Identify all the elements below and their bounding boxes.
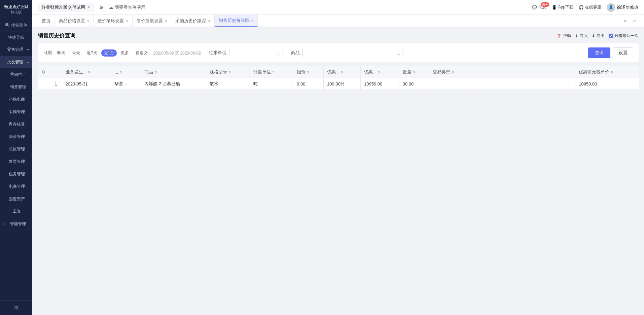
sidebar-settings-btn[interactable]: ⚙ [0, 300, 32, 315]
td-spacer [473, 78, 575, 90]
sidebar-item-ledger[interactable]: 总账管理 [0, 143, 32, 155]
date-opt-custom[interactable]: 自定义 [133, 49, 150, 57]
logo-text: 畅捷通好业财 [3, 4, 30, 10]
messages-btn[interactable]: 💬 消息 99+ [532, 4, 546, 10]
sort-discount2-icon[interactable]: ⇅ [378, 70, 381, 74]
app-download-btn[interactable]: 📱 App下载 [552, 4, 573, 10]
tab-purchase-strategy-close[interactable]: × [126, 19, 128, 23]
product-selector[interactable]: 好业财标准版交付试用 ▼ [38, 3, 94, 12]
date-opt-today[interactable]: 今天 [69, 49, 83, 57]
gear-icon: ⚙ [99, 5, 104, 10]
th-trade-type-label: 交易类型 [433, 69, 450, 75]
source-unit-input[interactable]: ... [229, 49, 283, 57]
sidebar-item-tax[interactable]: 税务管理 [0, 168, 32, 180]
tab-home[interactable]: 首页 [38, 15, 55, 27]
product-settings-btn[interactable]: ⚙ [97, 3, 106, 12]
sort-more-icon[interactable]: ⇅ [119, 70, 122, 74]
sidebar-item-retail[interactable]: 零售管理 ▼ [0, 43, 32, 56]
online-service-btn[interactable]: 🎧 在线客服 [579, 4, 601, 10]
search-icon: 🔍 [5, 23, 10, 28]
invoice-label: 发票管理 [4, 159, 30, 165]
sidebar-item-marketing[interactable]: 营销推广 [0, 68, 32, 81]
sidebar-search[interactable]: 🔍 搜索菜单 [0, 19, 32, 32]
sort-business-date-icon[interactable]: ⇅ [88, 70, 91, 74]
tab-purchase-history[interactable]: 采购历史价跟踪 × [171, 15, 214, 27]
th-business-date[interactable]: 业务发生... ⇅ [62, 66, 111, 78]
sidebar-item-sales-mgmt[interactable]: 销售管理 [0, 81, 32, 93]
export-btn[interactable]: ⬇ 导出 [592, 33, 605, 39]
th-spec[interactable]: 规格型号 ⇅ [206, 66, 250, 78]
th-trade-type[interactable]: 交易类型 ⇅ [429, 66, 473, 78]
last-only-checkbox-label[interactable]: 只看最后一次 [609, 33, 639, 39]
sidebar-item-ecom-mgmt[interactable]: 电商管理 [0, 180, 32, 193]
sort-trade-type-icon[interactable]: ⇅ [452, 70, 454, 74]
ecom-mgmt-label: 电商管理 [4, 184, 30, 189]
sidebar-item-purchase[interactable]: 采购管理 [0, 106, 32, 118]
table-header: ⚙ 业务发生... ⇅ ... ⇅ [38, 66, 639, 78]
sidebar-item-invoice[interactable]: 发票管理 [0, 155, 32, 168]
th-unit-label: 计量单位 [253, 69, 271, 75]
th-pretax-price[interactable]: 优惠前无税单价 ⇅ [575, 66, 639, 78]
import-label: 导入 [580, 33, 588, 39]
sidebar-item-smart-mgmt[interactable]: 智能管理 [0, 218, 32, 230]
date-options: 昨天 今天 近7天 近1月 更多 自定义 [55, 49, 150, 57]
tab-price-settings-close[interactable]: × [87, 19, 89, 23]
th-product[interactable]: 商品 ⇅ [141, 66, 206, 78]
tab-purchase-strategy[interactable]: 进价策略设置 × [94, 15, 132, 27]
th-unit[interactable]: 计量单位 ⇅ [250, 66, 293, 78]
demo-link[interactable]: ☁ 我要看实例演示 [109, 4, 145, 10]
product-dots: ... [397, 50, 400, 56]
sort-discount1-icon[interactable]: ⇅ [341, 70, 344, 74]
th-discount2[interactable]: 优惠... ⇅ [361, 66, 399, 78]
th-settings[interactable]: ⚙ [38, 66, 50, 78]
user-info[interactable]: 👤 徐泽华修改 [607, 3, 639, 12]
tab-sale-price-extract[interactable]: 售价提取设置 × [133, 15, 171, 27]
source-unit-dots: ... [276, 50, 280, 56]
page-title: 销售历史价查询 [38, 32, 75, 39]
inventory-label: 库存核算 [4, 121, 30, 127]
column-settings-icon[interactable]: ⚙ [41, 69, 46, 75]
product-input[interactable]: ... [302, 49, 403, 57]
sidebar-item-ecommerce[interactable]: 小畅电商 [0, 93, 32, 106]
th-more[interactable]: ... ⇅ [111, 66, 141, 78]
sort-pretax-price-icon[interactable]: ⇅ [611, 70, 613, 74]
sidebar-item-inventory[interactable]: 库存核算 [0, 118, 32, 131]
date-opt-more[interactable]: 更多 [118, 49, 132, 57]
tab-purchase-history-close[interactable]: × [208, 19, 210, 23]
window-expand-btn[interactable]: ⤢ [631, 17, 639, 25]
mobile-icon: 📱 [552, 5, 557, 10]
sidebar-item-wholesale[interactable]: 批发管理 ▲ [0, 56, 32, 68]
cloud-icon: ☁ [109, 5, 113, 10]
tab-price-settings[interactable]: 商品价格设置 × [55, 15, 94, 27]
help-btn[interactable]: ❓ 帮助 [557, 33, 571, 39]
source-unit-filter: 往来单位 ... [209, 49, 283, 57]
user-name: 徐泽华修改 [617, 4, 639, 10]
date-opt-last7[interactable]: 近7天 [84, 49, 100, 57]
th-price[interactable]: 报价 ⇅ [293, 66, 324, 78]
sidebar-quick-nav[interactable]: 快捷导航 [0, 32, 32, 43]
sidebar-item-fixed-assets[interactable]: 固定资产 [0, 193, 32, 205]
tax-label: 税务管理 [4, 171, 30, 177]
th-quantity[interactable]: 数量 ⇅ [399, 66, 429, 78]
date-opt-yesterday[interactable]: 昨天 [55, 49, 68, 57]
finance-label: 资金管理 [4, 134, 30, 140]
import-btn[interactable]: ⬆ 导入 [575, 33, 588, 39]
topbar-right: 💬 消息 99+ 📱 App下载 🎧 在线客服 👤 徐泽华修改 [532, 3, 639, 12]
tab-sales-history-close[interactable]: × [251, 19, 253, 23]
last-only-checkbox[interactable] [609, 34, 613, 38]
sort-quantity-icon[interactable]: ⇅ [413, 70, 416, 74]
sidebar-item-finance[interactable]: 资金管理 [0, 131, 32, 143]
query-button[interactable]: 查询 [588, 47, 610, 58]
tab-sales-history[interactable]: 销售历史价跟踪 × [215, 15, 258, 27]
tab-sale-price-extract-close[interactable]: × [165, 19, 167, 23]
expand-icon: ⤢ [633, 19, 636, 23]
sidebar-item-payroll[interactable]: 工资 [0, 205, 32, 218]
window-close-btn[interactable]: × [621, 17, 629, 25]
date-opt-last1m[interactable]: 近1月 [101, 49, 117, 57]
settings-button[interactable]: 设置 [613, 47, 633, 58]
sort-unit-icon[interactable]: ⇅ [272, 70, 275, 74]
sort-spec-icon[interactable]: ⇅ [228, 70, 231, 74]
th-discount1[interactable]: 优惠... ⇅ [323, 66, 360, 78]
sort-price-icon[interactable]: ⇅ [307, 70, 310, 74]
sort-product-icon[interactable]: ⇅ [154, 70, 157, 74]
